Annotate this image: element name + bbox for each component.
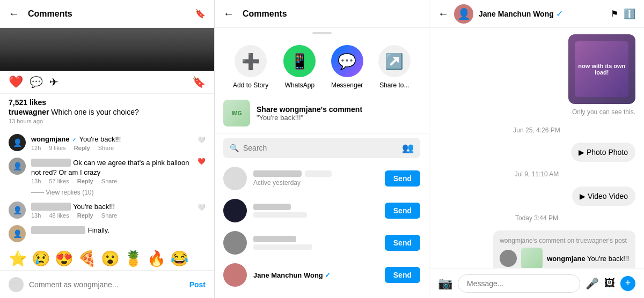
messenger-icon: 💬 (331, 45, 363, 77)
share-comment-subtitle: "You're back!!!" (257, 114, 362, 122)
search-bar: 🔍 👥 (223, 138, 420, 158)
action-bar: ❤️ 💬 ✈ 🔖 (0, 71, 214, 94)
caption-username[interactable]: truewagner (9, 108, 49, 116)
left-panel: ← Comments 🔖 ❤️ 💬 ✈ 🔖 7,521 likes truewa… (0, 0, 215, 298)
user-avatar-header: 👤 (454, 4, 473, 24)
search-icon: 🔍 (230, 144, 239, 152)
share-add-story[interactable]: ➕ Add to Story (233, 45, 268, 89)
emoji-cry[interactable]: 😢 (32, 250, 50, 267)
view-replies[interactable]: View replies (10) (0, 188, 214, 198)
reply-button[interactable]: Reply (77, 178, 93, 184)
share-comment-title: Share wongmjane's comment (257, 105, 362, 114)
search-input[interactable] (243, 144, 398, 152)
comment-username-blurred[interactable]: ███████████ (31, 226, 85, 234)
save-icon[interactable]: 🔖 (192, 76, 206, 88)
back-icon-middle[interactable]: ← (223, 8, 234, 20)
emoji-heart-eyes[interactable]: 😍 (55, 250, 74, 267)
send-button[interactable]: Send (385, 170, 420, 187)
comment-username-blurred[interactable]: ████████ (31, 203, 71, 211)
comment-meta: 13h 48 likes Reply Share (31, 212, 192, 219)
comment-meta: 12h 9 likes Reply Share (31, 145, 192, 151)
share-whatsapp[interactable]: 📱 WhatsApp (283, 45, 316, 89)
search-bar-container: 🔍 👥 (215, 133, 429, 162)
whatsapp-icon: 📱 (283, 45, 316, 77)
post-info: 7,521 likes truewagner Which one is your… (0, 94, 214, 126)
message-bubble-video: ▶ Video Video (572, 187, 635, 206)
reply-button[interactable]: Reply (74, 145, 90, 151)
whatsapp-label: WhatsApp (285, 81, 314, 89)
comment-meta: 13h 57 likes Reply Share (31, 178, 192, 184)
message-date-today: Today 3:44 PM (438, 214, 635, 222)
share-more[interactable]: ↗️ Share to... (378, 45, 411, 89)
message-date-2: Jul 9, 11:10 AM (438, 170, 635, 178)
comment-username-blurred[interactable]: ████████ (31, 159, 71, 167)
share-button[interactable]: Share (98, 145, 114, 151)
emoji-pizza[interactable]: 🍕 (78, 250, 97, 267)
shared-comment-row: wongmjane's comment on truewagner's post… (438, 230, 635, 268)
avatar: 👤 (9, 134, 26, 151)
send-button-jane[interactable]: Send (385, 267, 420, 283)
image-icon[interactable]: 🖼 (604, 277, 615, 289)
comment-likes: 48 likes (49, 212, 69, 219)
share-icon[interactable]: ✈ (49, 76, 58, 88)
video-label[interactable]: Video (588, 192, 607, 200)
shared-comment-text-inner: wongmjane You're back!!! (547, 255, 629, 263)
send-button[interactable]: Send (385, 235, 420, 251)
share-button[interactable]: Share (101, 178, 117, 184)
left-header: ← Comments 🔖 (0, 0, 214, 28)
contact-item: Send (215, 195, 429, 227)
photo-label[interactable]: Photo (587, 148, 606, 157)
comment-icon[interactable]: 💬 (30, 76, 43, 88)
flag-icon[interactable]: ⚑ (611, 9, 618, 19)
back-icon-right[interactable]: ← (438, 8, 449, 20)
messenger-label: Messenger (331, 81, 363, 89)
contact-list: Active yesterday Send Send Send (215, 162, 429, 298)
drag-handle (312, 32, 332, 34)
camera-icon[interactable]: 📷 (438, 277, 452, 290)
add-button[interactable]: + (620, 276, 635, 291)
reply-button[interactable]: Reply (77, 212, 93, 219)
emoji-star[interactable]: ⭐ (9, 250, 27, 267)
bookmark-icon[interactable]: 🔖 (195, 9, 206, 19)
share-icons-row: ➕ Add to Story 📱 WhatsApp 💬 Messenger ↗️… (215, 36, 429, 93)
emoji-pineapple[interactable]: 🍍 (124, 250, 143, 267)
mic-icon[interactable]: 🎤 (586, 277, 599, 290)
comment-like-icon[interactable]: 🤍 (197, 136, 206, 144)
caption-text: Which one is your choice? (51, 108, 138, 116)
share-button[interactable]: Share (101, 212, 117, 219)
comment-like-icon[interactable]: ❤️ (197, 158, 206, 165)
back-icon[interactable]: ← (9, 8, 19, 20)
verified-badge: ✓ (72, 136, 77, 143)
comment-like-icon[interactable]: 🤍 (197, 204, 206, 211)
message-bubble-photo: ▶ Photo Photo (571, 143, 635, 162)
comment-item: 👤 wongmjane ✓ You're back!!! 12h 9 likes… (0, 131, 214, 154)
contact-item: Send (215, 227, 429, 259)
comments-list: 👤 wongmjane ✓ You're back!!! 12h 9 likes… (0, 126, 214, 270)
contact-name-jane: Jane Manchun Wong ✓ (253, 271, 378, 279)
emoji-surprised[interactable]: 😮 (101, 250, 120, 267)
header-username[interactable]: Jane Manchun Wong (479, 10, 554, 18)
middle-header: ← Comments (215, 0, 429, 28)
comment-input[interactable] (29, 280, 184, 289)
comment-username[interactable]: wongmjane (31, 135, 70, 143)
comment-item: 👤 ████████ Ok can we agree that's a pink… (0, 154, 214, 188)
info-icon[interactable]: ℹ️ (624, 8, 635, 20)
post-button[interactable]: Post (189, 280, 206, 289)
comment-item: 👤 ███████████ Finally. (0, 222, 214, 245)
caption: truewagner Which one is your choice? (9, 108, 206, 116)
emoji-laugh[interactable]: 😂 (170, 250, 189, 267)
comment-text: Finally. (88, 226, 109, 234)
comment-content: ████████ You're back!!! 13h 48 likes Rep… (31, 202, 192, 219)
middle-title: Comments (243, 9, 287, 19)
contact-avatar (223, 199, 247, 222)
share-messenger[interactable]: 💬 Messenger (331, 45, 363, 89)
contact-info: Active yesterday (253, 170, 378, 187)
like-icon[interactable]: ❤️ (9, 75, 23, 89)
shared-post-card: now with its own load! (568, 34, 635, 104)
emoji-fire[interactable]: 🔥 (147, 250, 166, 267)
send-button[interactable]: Send (385, 203, 420, 219)
add-people-icon[interactable]: 👥 (402, 142, 414, 154)
comment-likes: 57 likes (49, 178, 69, 184)
comment-content: wongmjane ✓ You're back!!! 12h 9 likes R… (31, 134, 192, 151)
message-input[interactable] (458, 274, 580, 293)
